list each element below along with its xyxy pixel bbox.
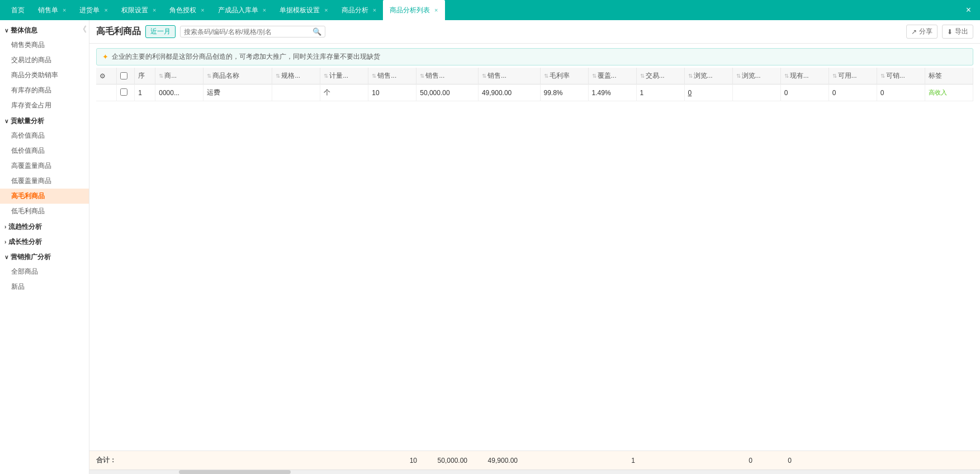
col-gross-margin: ⇅ 毛利率 [540, 68, 588, 85]
close-role-auth-tab[interactable]: × [201, 7, 204, 13]
cell-index: 1 [135, 85, 155, 101]
horizontal-scrollbar[interactable] [89, 470, 980, 474]
cell-views2 [732, 85, 780, 101]
row-checkbox[interactable] [120, 88, 127, 96]
col-available-stock: ⇅ 可用... [828, 68, 877, 85]
sort-icon-gross-margin[interactable]: ⇅ [544, 73, 548, 79]
export-icon: ⬇ [947, 28, 953, 36]
col-index: 序 [135, 68, 155, 85]
page-title: 高毛利商品 [96, 26, 141, 37]
sidebar-item-low-margin[interactable]: 低毛利商品 [0, 204, 89, 219]
sort-icon-views2[interactable]: ⇅ [736, 73, 741, 79]
close-product-analysis-tab[interactable]: × [373, 7, 376, 13]
sort-icon-sales-amount[interactable]: ⇅ [420, 73, 424, 79]
sidebar-item-new-products[interactable]: 新品 [0, 279, 89, 294]
share-button[interactable]: ↗ 分享 [906, 25, 938, 39]
nav-product-analysis[interactable]: 商品分析 × [335, 0, 383, 20]
sidebar-group-trend-analysis[interactable]: › 流趋性分析 [0, 219, 89, 234]
cell-gross-margin: 99.8% [540, 85, 588, 101]
export-button[interactable]: ⬇ 导出 [942, 25, 973, 39]
nav-template-settings[interactable]: 单据模板设置 × [273, 0, 334, 20]
col-checkbox [117, 68, 135, 85]
nav-permission-settings[interactable]: 权限设置 × [115, 0, 163, 20]
nav-finished-product[interactable]: 产成品入库单 × [211, 0, 273, 20]
sidebar-item-low-value[interactable]: 低价值商品 [0, 143, 89, 158]
nav-product-analysis-list[interactable]: 商品分析列表 × [383, 0, 444, 20]
settings-icon[interactable]: ⚙ [100, 72, 106, 80]
sort-icon-sellable-stock[interactable]: ⇅ [880, 73, 885, 79]
close-permission-settings-tab[interactable]: × [153, 7, 156, 13]
close-template-settings-tab[interactable]: × [324, 7, 328, 13]
sort-icon-current-stock[interactable]: ⇅ [784, 73, 789, 79]
search-icon[interactable]: 🔍 [313, 27, 321, 36]
nav-home[interactable]: 首页 [4, 0, 31, 20]
views1-link[interactable]: 0 [688, 89, 692, 97]
close-sales-order-tab[interactable]: × [63, 7, 66, 13]
close-product-analysis-list-tab[interactable]: × [434, 7, 438, 13]
footer-sales-profit: 49,900.00 [471, 457, 521, 464]
sidebar-group-growth-analysis[interactable]: › 成长性分析 [0, 234, 89, 249]
sidebar-item-high-coverage[interactable]: 高覆盖量商品 [0, 158, 89, 173]
sidebar-item-high-margin[interactable]: 高毛利商品 [0, 189, 89, 204]
tag-high-income: 高收入 [929, 89, 947, 96]
sidebar-item-low-coverage[interactable]: 低覆盖量商品 [0, 173, 89, 189]
col-code: ⇅ 商... [155, 68, 203, 85]
close-all-tabs[interactable]: × [962, 5, 976, 15]
col-transactions: ⇅ 交易... [636, 68, 684, 85]
sidebar-group-marketing-analysis[interactable]: ∨ 营销推广分析 [0, 249, 89, 264]
sort-icon-coverage[interactable]: ⇅ [592, 73, 596, 79]
sidebar-item-all-products[interactable]: 全部商品 [0, 264, 89, 279]
sidebar: 《 ∨ 整体信息 销售类商品 交易过的商品 商品分类助销率 有库存的商品 库存资… [0, 20, 89, 474]
filter-last-month-button[interactable]: 近一月 [145, 25, 176, 38]
col-coverage: ⇅ 覆盖... [588, 68, 636, 85]
cell-name: 运费 [203, 85, 272, 101]
cell-sellable-stock: 0 [877, 85, 925, 101]
sort-icon-available-stock[interactable]: ⇅ [832, 73, 837, 79]
footer-sales-qty: 10 [381, 457, 420, 464]
col-current-stock: ⇅ 现有... [780, 68, 828, 85]
nav-role-auth[interactable]: 角色授权 × [163, 0, 211, 20]
table-row: 1 0000... 运费 个 10 50,000.00 49,900.00 99… [96, 85, 973, 101]
cell-code: 0000... [155, 85, 203, 101]
sort-icon-name[interactable]: ⇅ [207, 73, 211, 79]
sidebar-item-in-stock-products[interactable]: 有库存的商品 [0, 83, 89, 98]
cell-spec [272, 85, 320, 101]
close-finished-product-tab[interactable]: × [263, 7, 266, 13]
col-sellable-stock: ⇅ 可销... [877, 68, 925, 85]
sort-icon-code[interactable]: ⇅ [159, 73, 163, 79]
col-spec: ⇅ 规格... [272, 68, 320, 85]
sidebar-item-sales-products[interactable]: 销售类商品 [0, 37, 89, 53]
cell-settings [96, 85, 117, 101]
nav-sales-order[interactable]: 销售单 × [31, 0, 73, 20]
sidebar-item-high-value[interactable]: 高价值商品 [0, 128, 89, 143]
col-sales-qty: ⇅ 销售... [368, 68, 416, 85]
sidebar-item-traded-products[interactable]: 交易过的商品 [0, 53, 89, 68]
sidebar-group-contribution-analysis[interactable]: ∨ 贡献量分析 [0, 113, 89, 128]
col-sales-amount: ⇅ 销售... [416, 68, 479, 85]
col-views2: ⇅ 浏览... [732, 68, 780, 85]
search-input[interactable] [184, 28, 310, 36]
top-navigation: 首页 销售单 × 进货单 × 权限设置 × 角色授权 × 产成品入库单 × 单据… [0, 0, 980, 20]
select-all-checkbox[interactable] [120, 72, 127, 79]
nav-purchase-order[interactable]: 进货单 × [73, 0, 114, 20]
cell-tag: 高收入 [925, 85, 973, 101]
sort-icon-unit[interactable]: ⇅ [324, 73, 328, 79]
arrow-icon-5: ∨ [4, 254, 8, 260]
sidebar-item-category-rate[interactable]: 商品分类助销率 [0, 68, 89, 83]
footer-available-stock: 0 [756, 457, 795, 464]
sort-icon-spec[interactable]: ⇅ [276, 73, 280, 79]
cell-views1: 0 [684, 85, 732, 101]
table-container: ⚙ 序 ⇅ [96, 68, 973, 450]
footer-total-row: 合计： 10 50,000.00 49,900.00 1 0 0 [89, 450, 980, 470]
sort-icon-views1[interactable]: ⇅ [688, 73, 693, 79]
tip-banner: ✦ 企业的主要的利润都是这部分商品创造的，可考虑加大推广，同时关注库存量不要出现… [96, 48, 973, 65]
close-purchase-order-tab[interactable]: × [104, 7, 107, 13]
sort-icon-sales-profit[interactable]: ⇅ [482, 73, 486, 79]
sidebar-item-stock-capital[interactable]: 库存资金占用 [0, 98, 89, 113]
sort-icon-transactions[interactable]: ⇅ [640, 73, 645, 79]
sort-icon-sales-qty[interactable]: ⇅ [372, 73, 376, 79]
sidebar-group-overall-info[interactable]: ∨ 整体信息 [0, 22, 89, 37]
col-tag: 标签 [925, 68, 973, 85]
sidebar-collapse-button[interactable]: 《 [79, 25, 87, 35]
scrollbar-thumb[interactable] [179, 470, 291, 474]
